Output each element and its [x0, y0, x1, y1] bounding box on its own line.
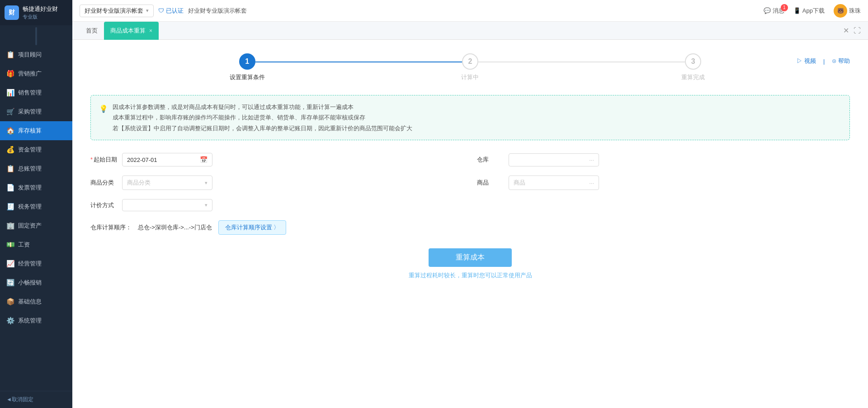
start-date-label: *起始日期	[90, 156, 118, 164]
company-select-label: 好业财专业版演示帐套	[85, 7, 143, 15]
goods-label: 商品	[477, 179, 504, 187]
company-selector[interactable]: 好业财专业版演示帐套 ▾	[80, 5, 154, 17]
close-icon[interactable]: ✕	[843, 26, 849, 35]
goods-placeholder: 商品	[514, 179, 589, 187]
sidebar-item-label: 系统管理	[18, 317, 42, 325]
sidebar-item-basic[interactable]: 📦 基础信息	[0, 292, 72, 311]
dots-icon: ···	[589, 157, 594, 163]
sidebar-item-label: 销售管理	[18, 89, 42, 97]
info-line-2: 成本重算过程中，影响库存账的操作均不能操作，比如进货单、销货单、库存单据不能审核…	[113, 112, 412, 123]
logo-subtitle: 专业版	[23, 14, 58, 20]
goods-group: 商品 商品 ···	[477, 176, 850, 190]
sidebar-item-salary[interactable]: 💵 工资	[0, 235, 72, 254]
main-wrapper: 好业财专业版演示帐套 ▾ 🛡 已认证 好业财专业版演示帐套 💬 消息 1 📱 A…	[72, 0, 868, 408]
sidebar-logo: 财 畅捷通好业财 专业版	[0, 0, 72, 25]
warehouse-group: 仓库 ···	[477, 153, 850, 166]
sidebar-nav: 📋 项目顾问 🎁 营销推广 📊 销售管理 🛒 采购管理 🏠 库存核算 💰 资金管…	[0, 45, 72, 391]
sidebar: 财 畅捷通好业财 专业版 📋 项目顾问 🎁 营销推广 📊 销售管理 🛒 采购管理…	[0, 0, 72, 408]
tab-home[interactable]: 首页	[80, 22, 104, 40]
sidebar-item-operation[interactable]: 📈 经营管理	[0, 254, 72, 273]
pricing-label: 计价方式	[90, 201, 118, 209]
sidebar-pin-toggle[interactable]: ◄取消固定	[0, 391, 72, 408]
help-link[interactable]: ⊙ 帮助	[832, 57, 850, 65]
pin-toggle-label: ◄取消固定	[6, 396, 33, 403]
tab-close-icon[interactable]: ×	[149, 28, 152, 34]
tabbar: 首页 商品成本重算 × ✕ ⛶	[72, 22, 868, 40]
sidebar-item-project[interactable]: 📋 项目顾问	[0, 45, 72, 64]
step-3: 3 重算完成	[582, 53, 805, 81]
recalc-button[interactable]: 重算成本	[429, 248, 512, 267]
sidebar-item-label: 营销推广	[18, 70, 42, 78]
sidebar-item-invoice[interactable]: 📄 发票管理	[0, 178, 72, 197]
helper-separator: |	[823, 57, 825, 65]
recalc-note: 重算过程耗时较长，重算时您可以正常使用产品	[409, 271, 532, 280]
sidebar-item-assets[interactable]: 🏢 固定资产	[0, 216, 72, 235]
sidebar-item-marketing[interactable]: 🎁 营销推广	[0, 64, 72, 83]
notification-badge: 1	[781, 4, 788, 11]
system-icon: ⚙️	[6, 317, 14, 325]
page-content: 1 设置重算条件 2 计算中 3 重算完成 ▷ 视频 | ⊙ 帮助	[72, 40, 868, 408]
category-label: 商品分类	[90, 179, 118, 187]
expand-icon[interactable]: ⛶	[854, 27, 861, 35]
info-icon: 💡	[99, 103, 108, 133]
logo-text: 畅捷通好业财 专业版	[23, 5, 58, 20]
sidebar-item-finance[interactable]: 💰 资金管理	[0, 140, 72, 159]
expense-icon: 🔄	[6, 279, 14, 287]
app-download-label: App下载	[802, 7, 825, 15]
start-date-input[interactable]: 2022-07-01 📅	[122, 153, 212, 166]
app-download-action[interactable]: 📱 App下载	[793, 7, 825, 15]
chevron-down-icon: ▾	[146, 8, 149, 14]
tab-home-label: 首页	[86, 27, 98, 35]
sidebar-item-system[interactable]: ⚙️ 系统管理	[0, 311, 72, 330]
verified-text: 已认证	[166, 7, 184, 15]
pricing-group: 计价方式 ▾	[90, 199, 850, 211]
warehouse-order-btn-label: 仓库计算顺序设置 〉	[225, 223, 280, 232]
start-date-value: 2022-07-01	[127, 157, 157, 163]
goods-input[interactable]: 商品 ···	[509, 176, 599, 190]
warehouse-order-settings-btn[interactable]: 仓库计算顺序设置 〉	[218, 220, 287, 235]
dots-icon: ···	[589, 180, 594, 186]
sidebar-item-expense[interactable]: 🔄 小畅报销	[0, 273, 72, 292]
sidebar-item-accounting[interactable]: 📋 总账管理	[0, 159, 72, 178]
sidebar-item-inventory[interactable]: 🏠 库存核算	[0, 121, 72, 140]
info-line-3: 若【系统设置】中启用了自动调整记账日期时，会调整入库单的整单记账日期，因此重新计…	[113, 123, 412, 133]
calendar-icon: 📅	[200, 156, 208, 163]
sidebar-item-label: 小畅报销	[18, 279, 42, 287]
topbar: 好业财专业版演示帐套 ▾ 🛡 已认证 好业财专业版演示帐套 💬 消息 1 📱 A…	[72, 0, 868, 22]
step-1: 1 设置重算条件	[136, 53, 359, 81]
sidebar-item-tax[interactable]: 🧾 税务管理	[0, 197, 72, 216]
sidebar-item-label: 工资	[18, 241, 30, 249]
form-row-2: 商品分类 商品分类 ▾ 商品 商品 ···	[90, 176, 850, 190]
steps-container: 1 设置重算条件 2 计算中 3 重算完成 ▷ 视频 | ⊙ 帮助	[90, 53, 850, 81]
phone-icon: 📱	[793, 7, 801, 14]
operation-icon: 📈	[6, 260, 14, 268]
tab-cost-recalc[interactable]: 商品成本重算 ×	[104, 22, 159, 40]
category-select[interactable]: 商品分类 ▾	[122, 176, 212, 190]
user-menu[interactable]: 🐻 珠珠	[834, 4, 861, 18]
tax-icon: 🧾	[6, 203, 14, 211]
sidebar-item-label: 发票管理	[18, 184, 42, 192]
sidebar-item-label: 固定资产	[18, 222, 42, 230]
finance-icon: 💰	[6, 146, 14, 154]
step-2: 2 计算中	[359, 53, 581, 81]
warehouse-input[interactable]: ···	[509, 153, 599, 166]
warehouse-order-label: 仓库计算顺序：	[90, 223, 132, 232]
message-action[interactable]: 💬 消息 1	[764, 7, 784, 15]
avatar: 🐻	[834, 4, 847, 18]
marketing-icon: 🎁	[6, 70, 14, 78]
salary-icon: 💵	[6, 241, 14, 249]
category-placeholder: 商品分类	[127, 179, 151, 187]
shield-icon: 🛡	[158, 7, 164, 14]
sidebar-item-sales[interactable]: 📊 销售管理	[0, 83, 72, 102]
steps-helper: ▷ 视频 | ⊙ 帮助	[797, 57, 850, 65]
sidebar-item-purchase[interactable]: 🛒 采购管理	[0, 102, 72, 121]
window-controls: ✕ ⛶	[843, 26, 861, 35]
sidebar-item-label: 经营管理	[18, 260, 42, 268]
sidebar-item-label: 基础信息	[18, 298, 42, 306]
assets-icon: 🏢	[6, 222, 14, 230]
pricing-select[interactable]: ▾	[122, 199, 212, 211]
step-circle-3: 3	[685, 53, 701, 70]
logo-icon: 财	[5, 5, 19, 20]
info-line-1: 因成本计算参数调整，或是对商品成本有疑问时，可以通过成本重算功能，重新计算一遍成…	[113, 102, 412, 112]
video-link[interactable]: ▷ 视频	[797, 57, 816, 65]
